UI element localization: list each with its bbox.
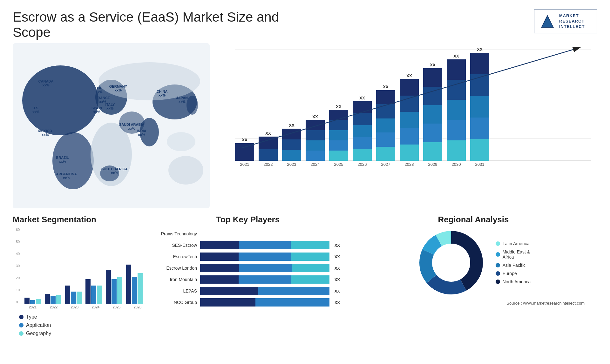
country-label-spain: SPAINxx% — [92, 106, 102, 114]
seg-year-2023: 2023 — [66, 305, 83, 309]
bar-stack-2026 — [353, 101, 372, 161]
player-name: SES-Escrow — [156, 243, 197, 248]
players-list: Praxis TechnologySES-EscrowXXEscrowTechX… — [152, 230, 343, 307]
svg-marker-1 — [542, 17, 553, 27]
bar-group-2021: XX — [235, 138, 254, 161]
bar-group-2027: XX — [376, 84, 395, 161]
legend-label-geography: Geography — [26, 331, 51, 336]
bar-value-2023: XX — [289, 123, 294, 128]
bar-value-2027: XX — [383, 84, 388, 89]
country-label-japan: JAPANxx% — [176, 96, 188, 104]
player-row-ses-escrow: SES-EscrowXX — [156, 241, 340, 249]
bar-group-2022: XX — [259, 131, 278, 161]
player-row-ncc-group: NCC GroupXX — [156, 298, 340, 307]
seg-years: 202120222023202420252026 — [16, 305, 146, 309]
year-label-2026: 2026 — [353, 162, 372, 167]
year-label-2023: 2023 — [282, 162, 301, 167]
country-label-argentina: ARGENTINAxx% — [56, 172, 77, 180]
bar-stack-2027 — [376, 90, 395, 161]
year-label-2027: 2027 — [376, 162, 395, 167]
bar-group-2030: XX — [447, 54, 466, 161]
segmentation-section: Market Segmentation 0 10 20 30 40 50 60 … — [13, 215, 146, 351]
player-name: Escrow London — [156, 266, 197, 271]
country-label-canada: CANADAxx% — [38, 79, 54, 87]
bar-group-2026: XX — [353, 96, 372, 161]
bottom-section: Market Segmentation 0 10 20 30 40 50 60 … — [0, 208, 610, 354]
label-europe: Europe — [503, 271, 517, 276]
year-label-2028: 2028 — [400, 162, 419, 167]
year-label-2021: 2021 — [235, 162, 254, 167]
player-name: LE?AS — [156, 288, 197, 293]
world-map: CANADAxx%U.S.xx%MEXICOxx%BRAZILxx%ARGENT… — [13, 43, 210, 208]
seg-year-2024: 2024 — [87, 305, 104, 309]
legend-geography: Geography — [19, 331, 146, 336]
year-label-2030: 2030 — [447, 162, 466, 167]
country-label-saudi-arabia: SAUDI ARABIAxx% — [119, 123, 145, 130]
bar-stack-2021 — [235, 143, 254, 161]
legend-dot-application — [19, 323, 24, 327]
bar-chart-section: XXXXXXXXXXXXXXXXXXXXXX 20212022202320242… — [216, 43, 597, 208]
bar-value-2024: XX — [312, 114, 318, 119]
donut-wrap: Latin America Middle East &Africa Asia P… — [349, 228, 597, 298]
legend-europe: Europe — [496, 271, 531, 276]
map-labels: CANADAxx%U.S.xx%MEXICOxx%BRAZILxx%ARGENT… — [13, 43, 210, 208]
seg-year-2021: 2021 — [24, 305, 41, 309]
bar-stack-2028 — [400, 79, 419, 161]
source-footer: Source : www.marketresearchintellect.com — [349, 301, 597, 309]
segmentation-legend: Type Application Geography — [13, 314, 146, 336]
dot-middle-east — [496, 252, 500, 257]
year-label-2029: 2029 — [423, 162, 442, 167]
country-label-india: INDIAxx% — [137, 129, 146, 137]
country-label-italy: ITALYxx% — [105, 103, 115, 110]
legend-application: Application — [19, 322, 146, 328]
bar-stack-2031 — [470, 53, 489, 161]
bar-value-2029: XX — [430, 63, 435, 67]
main-section: CANADAxx%U.S.xx%MEXICOxx%BRAZILxx%ARGENT… — [0, 43, 610, 208]
seg-group-2023 — [65, 286, 82, 304]
regional-title: Regional Analysis — [349, 215, 597, 225]
chart-area: XXXXXXXXXXXXXXXXXXXXXX 20212022202320242… — [222, 46, 591, 202]
bar-group-2025: XX — [329, 104, 348, 161]
logo-line3: INTELLECT — [559, 24, 585, 30]
legend-label-type: Type — [26, 314, 37, 320]
bar-stack-2023 — [282, 129, 301, 161]
legend-dot-type — [19, 315, 24, 319]
year-label-2031: 2031 — [470, 162, 489, 167]
bar-value-2026: XX — [359, 96, 365, 100]
dot-north-america — [496, 280, 500, 284]
seg-y-axis: 0 10 20 30 40 50 60 — [16, 228, 20, 304]
legend-north-america: North America — [496, 279, 531, 284]
logo-icon — [539, 13, 555, 29]
logo: MARKET RESEARCH INTELLECT — [534, 10, 597, 33]
logo-line1: MARKET — [559, 13, 585, 19]
segmentation-title: Market Segmentation — [13, 215, 146, 225]
seg-year-2025: 2025 — [108, 305, 125, 309]
main-bar-chart: XXXXXXXXXXXXXXXXXXXXXX — [222, 46, 591, 161]
bar-value-2025: XX — [336, 104, 341, 109]
bar-stack-2024 — [306, 120, 325, 161]
bar-stack-2030 — [447, 59, 466, 161]
bar-stack-2022 — [259, 137, 278, 161]
country-label-u.s.: U.S.xx% — [32, 106, 39, 114]
bar-value-2022: XX — [265, 131, 271, 136]
legend-asia-pacific: Asia Pacific — [496, 263, 531, 268]
player-row-escrow-london: Escrow LondonXX — [156, 264, 340, 272]
label-asia-pacific: Asia Pacific — [503, 263, 525, 268]
dot-latin-america — [496, 241, 500, 246]
donut-chart — [416, 228, 486, 298]
dot-europe — [496, 271, 500, 276]
player-name: EscrowTech — [156, 254, 197, 259]
seg-group-2025 — [106, 270, 122, 304]
player-row-iron-mountain: Iron MountainXX — [156, 275, 340, 284]
legend-label-application: Application — [26, 322, 51, 328]
country-label-china: CHINAxx% — [157, 90, 168, 97]
dot-asia-pacific — [496, 263, 500, 267]
seg-year-2026: 2026 — [129, 305, 146, 309]
bar-value-2021: XX — [242, 138, 247, 142]
label-middle-east: Middle East &Africa — [503, 249, 530, 260]
country-label-south-africa: SOUTH AFRICAxx% — [101, 167, 128, 175]
bar-group-2031: XX — [470, 47, 489, 161]
seg-group-2021 — [24, 298, 41, 304]
legend-middle-east: Middle East &Africa — [496, 249, 531, 260]
players-title: Top Key Players — [152, 215, 343, 225]
